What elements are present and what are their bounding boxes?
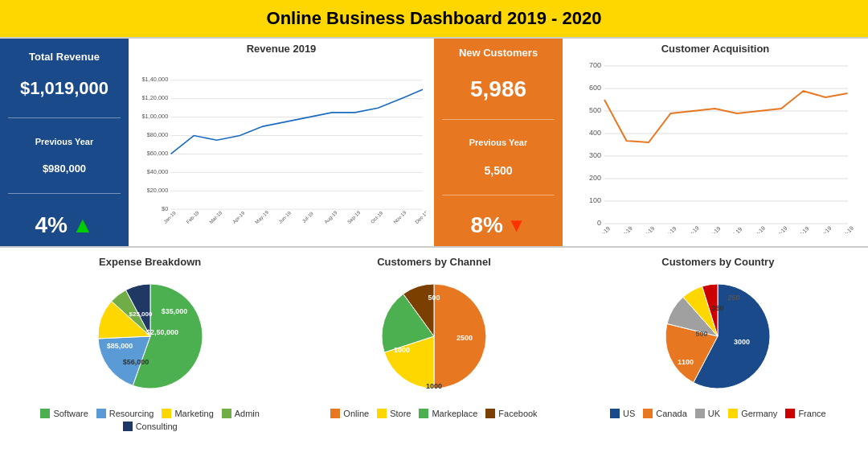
country-title: Customers by Country: [661, 256, 774, 268]
acquisition-chart-area: Customer Acquisition 0 100 200 300 400 5…: [563, 39, 868, 246]
expense-pie: [98, 284, 203, 389]
new-customers-value: 5,986: [470, 76, 526, 102]
store-label: Store: [390, 409, 411, 418]
svg-text:$85,000: $85,000: [106, 342, 133, 350]
consulting-label: Consulting: [136, 422, 178, 431]
online-label: Online: [343, 409, 369, 418]
total-revenue-label: Total Revenue: [29, 51, 100, 63]
svg-text:500: 500: [428, 294, 440, 302]
legend-facebook: Facebook: [485, 409, 537, 418]
marketing-label: Marketing: [174, 409, 213, 418]
marketplace-label: Markeplace: [432, 409, 477, 418]
uk-color: [695, 409, 705, 418]
canada-label: Canada: [656, 409, 687, 418]
legend-marketing: Marketing: [162, 409, 213, 418]
svg-text:Dec-19: Dec-19: [837, 225, 854, 233]
acquisition-chart-title: Customer Acquisition: [571, 43, 860, 55]
svg-text:May-19: May-19: [254, 209, 270, 225]
total-revenue-value: $1,019,000: [20, 78, 108, 99]
svg-text:Mar-19: Mar-19: [208, 209, 223, 224]
admin-label: Admin: [235, 409, 260, 418]
legend-france: France: [785, 409, 825, 418]
svg-text:Sep-19: Sep-19: [772, 225, 789, 233]
svg-text:Sep-19: Sep-19: [346, 209, 361, 224]
nc-prev-label: Previous Year: [469, 138, 528, 147]
channel-pie-svg: 2500 1000 1000 500: [354, 272, 514, 405]
revenue-chart-area: Revenue 2019 $0 $20,000 $40,000 $60,000 …: [129, 39, 434, 246]
svg-text:100: 100: [589, 196, 601, 204]
svg-text:400: 400: [589, 129, 601, 137]
new-customers-kpi: New Customers 5,986 Previous Year 5,500 …: [434, 39, 563, 246]
channel-legend: Online Store Markeplace Facebook: [330, 409, 537, 418]
country-pie: [665, 284, 770, 389]
marketing-color: [162, 409, 171, 418]
svg-text:$35,000: $35,000: [161, 307, 187, 315]
svg-text:Jun-19: Jun-19: [706, 225, 722, 233]
svg-text:$80,000: $80,000: [147, 131, 169, 138]
resourcing-label: Resourcing: [109, 409, 154, 418]
svg-text:Jul-19: Jul-19: [728, 226, 743, 233]
legend-resourcing: Resourcing: [96, 409, 154, 418]
facebook-label: Facebook: [498, 409, 537, 418]
expense-legend: Software Resourcing Marketing Admin Cons…: [12, 409, 288, 431]
svg-text:$60,000: $60,000: [147, 150, 169, 157]
svg-text:Oct-19: Oct-19: [794, 225, 810, 233]
legend-online: Online: [330, 409, 369, 418]
legend-admin: Admin: [222, 409, 260, 418]
country-chart: Customers by Country 3000 1100 500 350 2…: [576, 252, 860, 469]
germany-color: [728, 409, 738, 418]
france-label: France: [798, 409, 825, 418]
germany-label: Germany: [741, 409, 777, 418]
arrow-down-icon: ▼: [507, 214, 526, 236]
svg-text:May-19: May-19: [683, 224, 701, 233]
svg-text:600: 600: [589, 84, 601, 92]
legend-us: US: [610, 409, 635, 418]
us-color: [610, 409, 620, 418]
revenue-chart-title: Revenue 2019: [137, 43, 426, 55]
nc-pct-value: 8%: [470, 212, 502, 238]
svg-text:Mar-19: Mar-19: [639, 225, 656, 233]
admin-color: [222, 409, 231, 418]
svg-text:$56,000: $56,000: [122, 358, 149, 366]
expense-breakdown-chart: Expense Breakdown: [8, 252, 292, 469]
svg-text:Oct-19: Oct-19: [370, 209, 384, 224]
legend-software: Software: [40, 409, 88, 418]
svg-text:$25,000: $25,000: [129, 311, 152, 318]
legend-germany: Germany: [728, 409, 777, 418]
svg-text:$0: $0: [162, 205, 168, 212]
canada-color: [643, 409, 653, 418]
svg-text:Nov-19: Nov-19: [816, 225, 833, 233]
legend-canada: Canada: [643, 409, 687, 418]
svg-text:500: 500: [589, 106, 601, 114]
svg-text:1000: 1000: [394, 346, 410, 354]
acquisition-chart-svg: 0 100 200 300 400 500 600 700: [571, 56, 860, 233]
svg-text:Feb-19: Feb-19: [616, 225, 633, 233]
expense-pie-svg: $2,50,000 $85,000 $56,000 $25,000 $35,00…: [70, 272, 231, 405]
svg-text:$1,20,000: $1,20,000: [142, 94, 169, 101]
store-color: [377, 409, 387, 418]
legend-consulting: Consulting: [123, 422, 178, 431]
bottom-section: Expense Breakdown: [0, 248, 868, 473]
resourcing-color: [96, 409, 106, 418]
software-label: Software: [53, 409, 88, 418]
svg-text:Aug-19: Aug-19: [749, 225, 767, 233]
prev-year-value: $980,000: [43, 162, 86, 175]
pct-value: 4%: [35, 212, 67, 238]
svg-text:$1,40,000: $1,40,000: [142, 76, 169, 83]
svg-text:Jul-19: Jul-19: [301, 210, 314, 224]
nc-pct-change: 8% ▼: [470, 212, 526, 238]
svg-text:500: 500: [696, 330, 708, 338]
legend-store: Store: [377, 409, 411, 418]
svg-text:200: 200: [589, 174, 601, 182]
software-color: [40, 409, 50, 418]
svg-text:0: 0: [597, 219, 601, 227]
uk-label: UK: [708, 409, 720, 418]
new-customers-label: New Customers: [459, 47, 538, 59]
svg-text:2500: 2500: [457, 334, 473, 342]
france-color: [785, 409, 795, 418]
arrow-up-icon: ▲: [72, 212, 94, 238]
svg-text:$1,00,000: $1,00,000: [142, 113, 169, 120]
total-revenue-kpi: Total Revenue $1,019,000 Previous Year $…: [0, 39, 129, 246]
svg-text:3000: 3000: [734, 338, 750, 346]
consulting-color: [123, 422, 133, 431]
